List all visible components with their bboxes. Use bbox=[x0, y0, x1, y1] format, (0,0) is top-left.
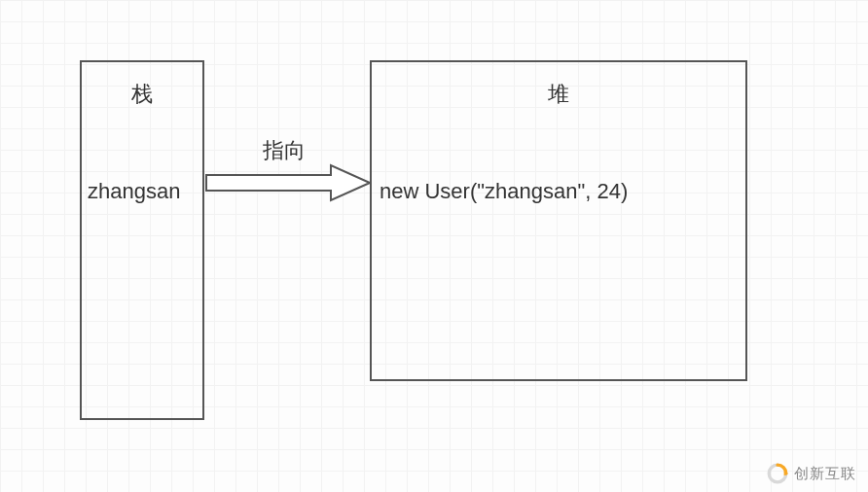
arrow-label: 指向 bbox=[263, 136, 306, 165]
heap-box: 堆 new User("zhangsan", 24) bbox=[370, 60, 747, 381]
stack-box: 栈 zhangsan bbox=[80, 60, 204, 420]
watermark: 创新互联 bbox=[767, 463, 856, 484]
svg-marker-0 bbox=[206, 165, 370, 200]
heap-title: 堆 bbox=[372, 80, 745, 109]
stack-title: 栈 bbox=[82, 80, 202, 109]
stack-content: zhangsan bbox=[88, 179, 180, 204]
logo-icon bbox=[767, 463, 788, 484]
watermark-text: 创新互联 bbox=[794, 465, 856, 483]
heap-content: new User("zhangsan", 24) bbox=[380, 179, 628, 204]
arrow-icon bbox=[204, 163, 372, 202]
